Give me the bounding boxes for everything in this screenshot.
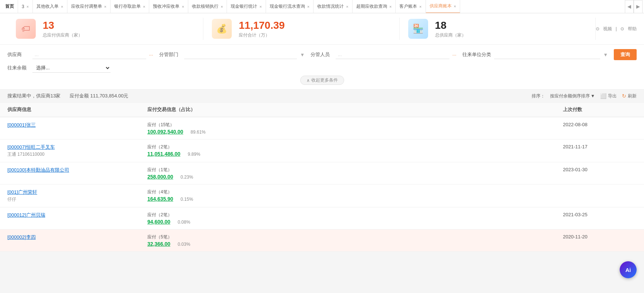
table-row: [000001]张三 应付（15笔） 100,092,540.00 89.61%…	[0, 117, 644, 139]
last-payment-date-6: 2020-11-20	[563, 234, 588, 239]
nav-tab-3[interactable]: 3 ×	[18, 0, 33, 13]
person-filter-dots[interactable]: ···	[452, 52, 456, 58]
nav-tab-overdue-ar-close[interactable]: ×	[389, 4, 392, 9]
filter-supplier: 供应商 ···	[7, 50, 153, 59]
nav-tab-ar-ap-adj-label: 应收应付调整单	[71, 3, 102, 10]
filter-balance: 往来余额 选择...	[7, 63, 111, 73]
category-filter-input[interactable]	[494, 50, 601, 59]
supplier-link-5[interactable]: [000012]广州贝瑞	[7, 212, 45, 218]
trans-label-3: 应付（1笔）	[147, 167, 172, 172]
supplier-link-3[interactable]: [000100]本特勤油品有限公司	[7, 167, 69, 173]
total-suppliers-number: 18	[435, 19, 466, 32]
supplier-link-2[interactable]: [000007]恒旺二手叉车	[7, 144, 55, 150]
supplier-link-6[interactable]: [000002]李四	[7, 234, 36, 240]
nav-tab-receipt-verify-close[interactable]: ×	[221, 4, 223, 9]
nav-tab-bank-deposit-label: 银行存取款单	[114, 3, 141, 10]
nav-tab-customer-book-close[interactable]: ×	[419, 4, 421, 9]
transaction-cell-2: 应付（2笔） 11,051,486.00 9.89%	[147, 144, 563, 157]
transaction-row-2: 11,051,486.00 9.89%	[147, 151, 563, 157]
export-button[interactable]: ⬜ 导出	[600, 93, 617, 99]
trans-amount-5[interactable]: 94,600.00	[147, 219, 170, 225]
trans-amount-1[interactable]: 100,092,540.00	[147, 129, 183, 135]
nav-tab-bank-deposit-close[interactable]: ×	[143, 4, 145, 9]
last-payment-date-3: 2023-01-30	[563, 167, 588, 172]
filter-area: 供应商 ··· 分管部门 ▼ 分管人员 ··· 往来单位分类 ▼ 查询 往来余额…	[0, 45, 644, 90]
store-icon-shape: 🏪	[408, 19, 428, 39]
nav-prev-button[interactable]: ◀	[625, 0, 634, 13]
balance-filter-select[interactable]: 选择...	[32, 63, 111, 73]
payable-suppliers-number: 13	[43, 19, 83, 32]
payable-amount-label: 应付合计（万）	[239, 32, 285, 38]
trans-label-6: 应付（5笔）	[147, 234, 172, 239]
nav-tab-supplier-book-close[interactable]: ×	[454, 4, 456, 8]
transaction-row-6: 32,366.00 0.03%	[147, 241, 563, 247]
filter-person: 分管人员 ···	[311, 50, 456, 59]
nav-tab-other-income[interactable]: 其他收入单 ×	[33, 0, 67, 13]
transaction-row-4: 164,635.90 0.15%	[147, 196, 563, 202]
nav-tab-other-income-close[interactable]: ×	[61, 4, 63, 9]
nav-tab-ar-ap-adj[interactable]: 应收应付调整单 ×	[67, 0, 111, 13]
nav-tab-other-income-label: 其他收入单	[36, 3, 59, 10]
summary-total-text: 18 总供应商（家）	[435, 19, 466, 39]
nav-tab-receipt-stat-close[interactable]: ×	[346, 4, 348, 9]
trans-amount-3[interactable]: 258,000.00	[147, 174, 173, 180]
nav-tab-receipt-verify-label: 收款核销执行	[192, 3, 218, 10]
category-dropdown-icon[interactable]: ▼	[603, 52, 608, 58]
collapse-button-label: 收起更多条件	[311, 77, 338, 83]
transaction-cell-6: 应付（5笔） 32,366.00 0.03%	[147, 234, 563, 247]
collapse-button[interactable]: ∧ 收起更多条件	[300, 76, 344, 85]
sort-select[interactable]: 按应付余额倒序排序 ▼	[550, 93, 595, 99]
payable-suppliers-label: 总应付供应商（家）	[43, 32, 83, 38]
trans-amount-2[interactable]: 11,051,486.00	[147, 151, 181, 157]
nav-tab-3-close[interactable]: ×	[27, 4, 29, 9]
nav-tab-cash-bank-flow-label: 现金银行流水查询	[270, 3, 305, 10]
trans-pct-3: 0.23%	[181, 175, 193, 180]
trans-amount-6[interactable]: 32,366.00	[147, 241, 170, 247]
trans-label-4: 应付（4笔）	[147, 189, 172, 194]
separator: |	[616, 26, 617, 31]
nav-tab-cash-bank-flow[interactable]: 现金银行流水查询 ×	[266, 0, 314, 13]
person-filter-input[interactable]	[336, 50, 449, 59]
supplier-icon: 🏷	[15, 18, 37, 40]
nav-tab-cash-bank-stat[interactable]: 现金银行统计 ×	[227, 0, 266, 13]
collapse-area: ∧ 收起更多条件	[7, 76, 637, 85]
transaction-row-3: 258,000.00 0.23%	[147, 174, 563, 180]
refresh-button[interactable]: ↻ 刷新	[622, 93, 637, 99]
circle-icon: ⊙	[596, 26, 599, 31]
nav-tab-receipt-verify[interactable]: 收款核销执行 ×	[188, 0, 227, 13]
dept-filter-input[interactable]	[184, 50, 297, 59]
supplier-link-1[interactable]: [000001]张三	[7, 122, 36, 128]
payable-amount-result: 应付金额 111,703,854.00元	[70, 93, 128, 99]
video-link[interactable]: 视频	[603, 26, 612, 32]
nav-tab-pre-collect-close[interactable]: ×	[182, 4, 184, 9]
nav-tab-home[interactable]: 首页	[1, 0, 18, 13]
nav-arrows: ◀ ▶	[625, 0, 643, 13]
nav-tab-cash-bank-stat-close[interactable]: ×	[259, 4, 262, 9]
supplier-filter-input[interactable]	[32, 50, 146, 59]
nav-tab-cash-bank-flow-close[interactable]: ×	[307, 4, 309, 9]
trans-label-5: 应付（2笔）	[147, 212, 172, 217]
payable-amount-number: 11,170.39	[239, 19, 285, 32]
supplier-filter-dots[interactable]: ···	[149, 52, 153, 58]
nav-tab-customer-book[interactable]: 客户账本 ×	[396, 0, 426, 13]
help-link[interactable]: 帮助	[628, 26, 637, 32]
nav-next-button[interactable]: ▶	[634, 0, 643, 13]
refresh-icon: ↻	[622, 93, 626, 99]
transaction-cell-5: 应付（2笔） 94,600.00 0.08%	[147, 212, 563, 225]
supplier-link-4[interactable]: [001]广州荣轩	[7, 189, 37, 195]
trans-amount-4[interactable]: 164,635.90	[147, 196, 173, 202]
nav-tab-bank-deposit[interactable]: 银行存取款单 ×	[111, 0, 149, 13]
nav-tab-ar-ap-adj-close[interactable]: ×	[104, 4, 106, 9]
nav-tab-overdue-ar[interactable]: 超期应收款查询 ×	[353, 0, 396, 13]
total-suppliers-label: 总供应商（家）	[435, 32, 466, 38]
nav-tab-supplier-book[interactable]: 供应商账本 ×	[426, 0, 460, 13]
nav-tab-receipt-stat[interactable]: 收款情况统计 ×	[314, 0, 352, 13]
last-payment-cell-1: 2022-08-08	[563, 122, 637, 127]
dept-dropdown-icon[interactable]: ▼	[300, 52, 305, 58]
query-button[interactable]: 查询	[614, 49, 637, 60]
filter-row-2: 往来余额 选择...	[7, 63, 637, 73]
transaction-cell-3: 应付（1笔） 258,000.00 0.23%	[147, 167, 563, 180]
supplier-cell-1: [000001]张三	[7, 122, 147, 128]
nav-tab-pre-collect[interactable]: 预收冲应收单 ×	[149, 0, 188, 13]
transaction-info-6: 应付（5笔） 32,366.00 0.03%	[147, 234, 563, 247]
